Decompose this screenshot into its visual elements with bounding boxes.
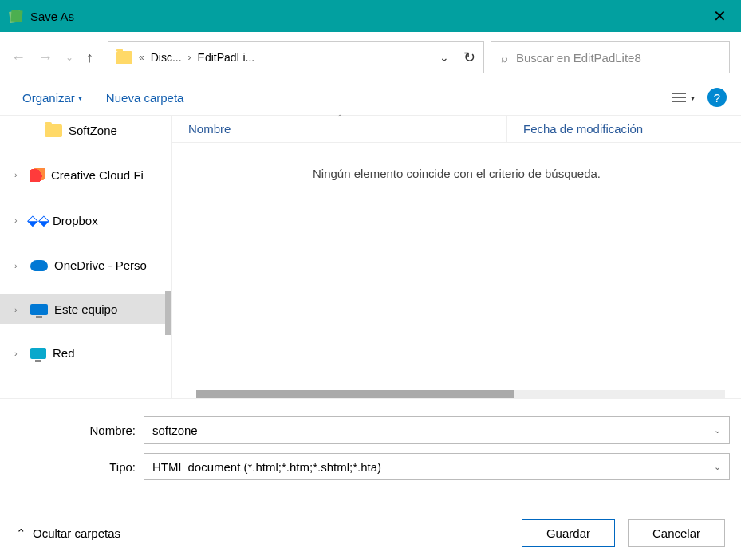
search-input[interactable] — [516, 51, 719, 65]
up-button[interactable]: ↑ — [86, 49, 93, 66]
tree-item-softzone[interactable]: SoftZone — [0, 116, 171, 145]
organize-button[interactable]: Organizar ▾ — [22, 91, 82, 105]
text-cursor — [207, 422, 207, 438]
search-icon: ⌕ — [501, 51, 508, 65]
column-header-date[interactable]: Fecha de modificación — [507, 116, 659, 142]
tree-item-dropbox[interactable]: › ⬙⬙ Dropbox — [0, 204, 171, 236]
empty-message: Ningún elemento coincide con el criterio… — [172, 143, 741, 204]
tree-label: Este equipo — [54, 302, 117, 316]
expand-icon[interactable]: › — [14, 349, 24, 358]
titlebar: Save As ✕ — [0, 0, 741, 32]
close-button[interactable]: ✕ — [707, 6, 733, 26]
footer: ⌃ Ocultar carpetas Guardar Cancelar — [0, 507, 741, 560]
dropbox-icon: ⬙⬙ — [30, 212, 46, 228]
pc-icon — [30, 304, 48, 315]
filetype-field[interactable]: HTML document (*.html;*.htm;*.shtml;*.ht… — [144, 453, 730, 480]
column-header-name[interactable]: ⌃ Nombre — [172, 116, 507, 142]
chevron-right-icon: › — [188, 52, 191, 63]
recent-dropdown[interactable]: ⌄ — [65, 52, 73, 63]
tree-label: Creative Cloud Fi — [51, 168, 144, 182]
tree-item-este-equipo[interactable]: › Este equipo — [0, 294, 171, 324]
chevron-down-icon: ▾ — [691, 93, 695, 102]
tree-item-creative-cloud[interactable]: › Creative Cloud Fi — [0, 160, 171, 190]
folder-icon — [116, 51, 132, 64]
chevron-down-icon[interactable]: ⌄ — [714, 462, 721, 472]
app-icon — [8, 8, 24, 24]
filename-label: Nombre: — [0, 424, 144, 437]
svg-rect-1 — [11, 10, 23, 22]
creative-cloud-icon — [30, 168, 45, 182]
back-button[interactable]: ← — [11, 49, 26, 66]
tree-item-onedrive[interactable]: › OneDrive - Perso — [0, 250, 171, 280]
help-button[interactable]: ? — [707, 88, 727, 107]
file-list: ⌃ Nombre Fecha de modificación Ningún el… — [171, 116, 741, 398]
path-segment[interactable]: EditPadLi... — [198, 51, 255, 64]
chevron-down-icon: ▾ — [78, 93, 82, 102]
expand-icon[interactable]: › — [14, 261, 24, 270]
address-bar[interactable]: « Disc... › EditPadLi... ⌄ ↻ — [108, 41, 484, 73]
sidebar: SoftZone › Creative Cloud Fi › ⬙⬙ Dropbo… — [0, 116, 171, 398]
refresh-button[interactable]: ↻ — [463, 49, 475, 66]
view-button[interactable]: ▾ — [672, 92, 695, 103]
filename-input[interactable] — [152, 424, 207, 437]
chevron-up-icon: ⌃ — [16, 526, 26, 541]
tree-label: OneDrive - Perso — [54, 258, 147, 272]
path-prefix: « — [139, 52, 144, 63]
filename-field[interactable]: ⌄ — [144, 416, 730, 444]
window-title: Save As — [30, 10, 707, 23]
expand-icon[interactable]: › — [14, 170, 24, 179]
filetype-label: Tipo: — [0, 460, 144, 474]
filetype-value: HTML document (*.html;*.htm;*.shtml;*.ht… — [152, 460, 381, 474]
tree-label: SoftZone — [69, 124, 117, 137]
tree-label: Dropbox — [53, 214, 98, 227]
onedrive-icon — [30, 260, 48, 271]
new-folder-button[interactable]: Nueva carpeta — [106, 91, 184, 105]
tree-item-red[interactable]: › Red — [0, 338, 171, 368]
expand-icon[interactable]: › — [14, 215, 24, 225]
sort-arrow-icon: ⌃ — [337, 113, 343, 122]
search-box[interactable]: ⌕ — [491, 41, 730, 73]
toolbar: Organizar ▾ Nueva carpeta ▾ ? — [0, 83, 741, 115]
horizontal-scrollbar[interactable] — [196, 390, 725, 398]
cancel-button[interactable]: Cancelar — [628, 519, 725, 547]
hide-folders-button[interactable]: ⌃ Ocultar carpetas — [16, 526, 120, 541]
forward-button[interactable]: → — [38, 49, 53, 66]
nav-row: ← → ⌄ ↑ « Disc... › EditPadLi... ⌄ ↻ ⌕ — [0, 32, 741, 83]
path-segment[interactable]: Disc... — [151, 51, 182, 64]
expand-icon[interactable]: › — [14, 305, 24, 314]
tree-label: Red — [53, 346, 75, 360]
chevron-down-icon[interactable]: ⌄ — [714, 425, 721, 436]
folder-icon — [45, 124, 62, 137]
sidebar-scrollbar[interactable] — [165, 291, 171, 335]
save-button[interactable]: Guardar — [522, 519, 615, 547]
network-icon — [30, 348, 46, 359]
path-dropdown[interactable]: ⌄ — [439, 51, 449, 64]
